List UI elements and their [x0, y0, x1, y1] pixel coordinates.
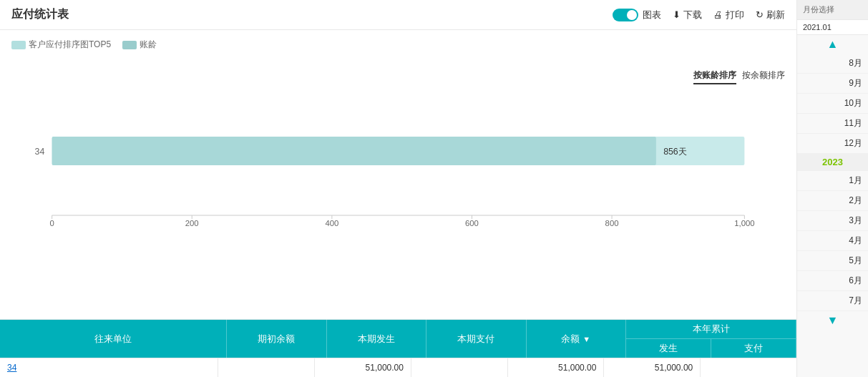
chart-toggle-wrapper[interactable]: 图表: [613, 9, 661, 21]
table-row: 34 51,000.00 51,000.00 51,000.00: [0, 358, 796, 377]
right-sidebar: 月份选择 2021.01 ▲ 8月 9月 10月 11月 12月 2023 1月…: [796, 0, 868, 377]
print-icon: 🖨: [713, 9, 723, 20]
sidebar-month-4[interactable]: 4月: [797, 231, 868, 251]
cell-current-pay: [411, 358, 508, 377]
sidebar-month-1[interactable]: 1月: [797, 171, 868, 191]
legend-item-age: 账龄: [122, 39, 157, 51]
sidebar-month-12[interactable]: 12月: [797, 134, 868, 154]
sidebar-current-date: 2021.01: [797, 20, 868, 35]
download-label: 下载: [683, 9, 702, 21]
print-label: 打印: [726, 9, 744, 21]
th-balance: 余额 ▼: [527, 320, 626, 358]
filter-icon[interactable]: ▼: [582, 335, 590, 343]
page-header: 应付统计表 图表 ⬇ 下载 🖨 打印 ↻ 刷新: [0, 0, 796, 30]
cell-year-pay: [701, 358, 796, 377]
sidebar-month-5[interactable]: 5月: [797, 251, 868, 271]
sidebar-month-7[interactable]: 7月: [797, 291, 868, 311]
sidebar-month-8[interactable]: 8月: [797, 54, 868, 74]
table-header-row: 往来单位 期初余额 本期发生 本期支付 余额 ▼ 本年累计 发生 支付: [0, 320, 796, 358]
th-year-total: 本年累计 发生 支付: [626, 320, 796, 358]
unit-link[interactable]: 34: [7, 363, 16, 373]
sidebar-month-2[interactable]: 2月: [797, 191, 868, 211]
sidebar-month-10[interactable]: 10月: [797, 94, 868, 114]
svg-text:200: 200: [185, 219, 199, 227]
cell-current-occur: 51,000.00: [315, 358, 411, 377]
bar-chart: 34 856天 0 200 400 600 800 1,000: [11, 58, 785, 244]
refresh-button[interactable]: ↻ 刷新: [756, 9, 785, 21]
cell-period-balance: [218, 358, 315, 377]
refresh-icon: ↻: [756, 9, 764, 20]
chart-legend: 客户应付排序图TOP5 账龄: [11, 39, 785, 51]
data-table: 往来单位 期初余额 本期发生 本期支付 余额 ▼ 本年累计 发生 支付: [0, 319, 796, 377]
th-year-total-sub: 发生 支付: [626, 339, 796, 358]
th-year-occur: 发生: [626, 339, 711, 358]
print-button[interactable]: 🖨 打印: [713, 9, 744, 21]
th-period-balance: 期初余额: [227, 320, 326, 358]
th-year-total-label: 本年累计: [626, 320, 796, 339]
download-icon: ⬇: [673, 9, 681, 20]
download-button[interactable]: ⬇ 下载: [673, 9, 702, 21]
sidebar-year-2023: 2023: [797, 154, 868, 171]
th-unit: 往来单位: [0, 320, 227, 358]
svg-rect-2: [52, 137, 656, 165]
th-year-pay: 支付: [711, 339, 796, 358]
th-balance-label: 余额: [561, 333, 580, 346]
th-current-occur: 本期发生: [327, 320, 426, 358]
chart-area: 客户应付排序图TOP5 账龄 按账龄排序 按余额排序 34: [0, 30, 796, 319]
svg-text:400: 400: [325, 219, 338, 227]
cell-balance: 51,000.00: [508, 358, 605, 377]
legend-color-age: [122, 41, 137, 49]
cell-unit[interactable]: 34: [0, 358, 218, 377]
sidebar-down-btn[interactable]: ▼: [797, 311, 868, 330]
sidebar-month-11[interactable]: 11月: [797, 114, 868, 134]
sidebar-month-6[interactable]: 6月: [797, 271, 868, 291]
bar-chart-svg: 34 856天 0 200 400 600 800 1,000: [11, 58, 785, 244]
legend-label-1: 客户应付排序图TOP5: [29, 39, 111, 51]
svg-text:800: 800: [605, 219, 619, 227]
svg-text:34: 34: [35, 147, 45, 157]
svg-text:1,000: 1,000: [734, 219, 754, 227]
legend-item-bar: 客户应付排序图TOP5: [11, 39, 111, 51]
svg-text:600: 600: [465, 219, 479, 227]
chart-label: 图表: [643, 9, 661, 21]
sidebar-up-btn[interactable]: ▲: [797, 35, 868, 54]
refresh-label: 刷新: [766, 9, 785, 21]
svg-text:0: 0: [49, 219, 54, 227]
chart-toggle[interactable]: [613, 9, 638, 21]
sidebar-month-9[interactable]: 9月: [797, 74, 868, 94]
page-title: 应付统计表: [11, 7, 69, 22]
svg-text:856天: 856天: [663, 147, 687, 157]
legend-label-2: 账龄: [140, 39, 157, 51]
sidebar-month-header: 月份选择: [797, 0, 868, 20]
cell-year-occur: 51,000.00: [604, 358, 701, 377]
legend-color-bar: [11, 41, 26, 49]
header-actions: 图表 ⬇ 下载 🖨 打印 ↻ 刷新: [613, 9, 785, 21]
th-current-pay: 本期支付: [426, 320, 526, 358]
sidebar-month-3[interactable]: 3月: [797, 211, 868, 231]
